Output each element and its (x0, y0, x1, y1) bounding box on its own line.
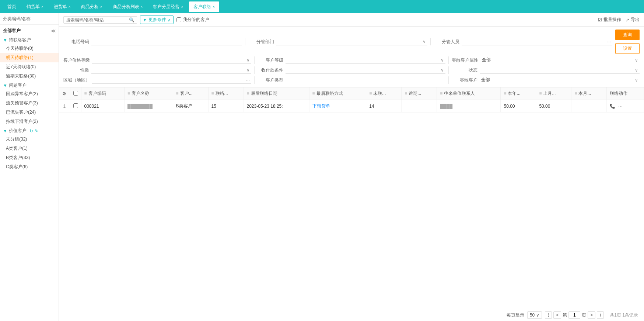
col-no-contact[interactable]: ≡未联... (366, 87, 402, 100)
row-this-month (571, 100, 607, 113)
action-more-icon[interactable]: ⋯ (618, 104, 623, 109)
col-name[interactable]: ≡客户名称 (125, 87, 173, 100)
phone-input[interactable] (91, 38, 242, 45)
payment-select[interactable]: ∨ (286, 67, 445, 74)
customer-value-select[interactable]: ∨ (92, 57, 251, 64)
gender-select[interactable]: ∨ (91, 67, 251, 74)
col-this-month[interactable]: ≡本月... (571, 87, 607, 100)
col-this-year[interactable]: ≡本年... (501, 87, 536, 100)
sidebar-search-input[interactable] (3, 16, 58, 21)
select-all-checkbox[interactable] (73, 91, 78, 96)
content-area: 🔍 ▼ 更多条件 ∧ 我分管的客户 ☑ 批量操作 ↗ 导出 (59, 13, 644, 321)
my-customer-checkbox[interactable] (176, 17, 181, 22)
row-contact-count: 15 (208, 100, 244, 113)
sidebar-item-repurchase[interactable]: 回购异常客户(2) (0, 89, 59, 99)
more-filter-button[interactable]: ▼ 更多条件 ∧ (140, 15, 174, 24)
filter-divider-3 (254, 56, 255, 64)
row-no-contact: 14 (366, 100, 402, 113)
nav-item-customer-tier[interactable]: 客户分层经营 × (148, 1, 188, 12)
retail-select[interactable]: 全部 ∨ (480, 76, 640, 84)
nav-close-sales[interactable]: × (41, 5, 43, 9)
sidebar-item-declining[interactable]: 持续下滑客户(2) (0, 117, 59, 126)
sidebar-item-tomorrow[interactable]: 明天待联络(1) (0, 53, 59, 62)
row-code: 000021 (81, 100, 125, 113)
nav-item-customer-contact[interactable]: 客户联络 × (189, 1, 219, 12)
nav-item-sales[interactable]: 销货单 × (22, 1, 48, 12)
row-name: ████████ (125, 100, 173, 113)
nav-close-analysis-list[interactable]: × (141, 5, 143, 9)
sidebar-item-c-class[interactable]: C类客户(6) (0, 162, 59, 172)
action-phone-icon[interactable]: 📞 (610, 104, 615, 109)
pending-triangle-icon: ▼ (3, 38, 7, 43)
gender-arrow-icon: ∨ (246, 68, 250, 73)
sidebar-item-b-class[interactable]: B类客户(33) (0, 153, 59, 162)
main-layout: 🔍 全部客户 ≪ ▼ 待联络客户 今天待联络(0) 明天待联络(1) 近7天待联… (0, 13, 644, 321)
table-header-row: ⚙ ≡客户编码 ≡客户名称 ≡客户... ≡联络... ≡最后联络日期 ≡最后联… (59, 87, 644, 100)
set-button[interactable]: 设置 (615, 43, 640, 54)
sidebar-item-ungrouped[interactable]: 未分组(32) (0, 135, 59, 144)
row-type: B类客户 (173, 100, 208, 113)
row-num: 1 (59, 100, 70, 113)
sidebar-item-a-class[interactable]: A类客户(1) (0, 144, 59, 153)
search-input[interactable] (66, 17, 127, 23)
value-refresh-icon[interactable]: ↻ (29, 128, 33, 134)
first-page-button[interactable]: ⟨ (545, 311, 552, 319)
per-page-value: 50 (530, 313, 535, 318)
col-overdue[interactable]: ≡逾期... (402, 87, 437, 100)
sidebar-item-churned[interactable]: 已流失客户(24) (0, 108, 59, 117)
filter-manager: 分管人员 ··· (434, 38, 612, 45)
page-input[interactable] (568, 311, 580, 319)
col-last-month[interactable]: ≡上月... (536, 87, 571, 100)
col-code[interactable]: ≡客户编码 (81, 87, 125, 100)
prev-page-button[interactable]: < (553, 311, 561, 319)
filter-row-4: 区域（地区） ··· 客户类型 零散客户 (63, 76, 640, 84)
sidebar-item-overdue[interactable]: 逾期未联络(30) (0, 72, 59, 81)
col-contact-person[interactable]: ≡往来单位联系人 (437, 87, 501, 100)
nav-close-customer-contact[interactable]: × (213, 5, 215, 9)
last-page-button[interactable]: ⟩ (597, 311, 604, 319)
customer-level-arrow-icon: ∨ (441, 58, 444, 63)
status-select[interactable]: ∨ (480, 67, 640, 74)
filter-retail-attr: 零散客户属性 全部 ∨ (452, 56, 640, 64)
region-select[interactable]: ··· (92, 77, 251, 84)
sidebar-item-7days[interactable]: 近7天待联络(0) (0, 62, 59, 72)
search-icon[interactable]: 🔍 (129, 17, 134, 23)
action-buttons: 查询 设置 (615, 30, 640, 54)
customer-type-select[interactable] (286, 79, 445, 81)
nav-close-purchase[interactable]: × (69, 5, 71, 9)
nav-item-home[interactable]: 首页 (3, 1, 21, 12)
row-checkbox[interactable] (73, 103, 78, 108)
col-last-date[interactable]: ≡最后联络日期 (244, 87, 309, 100)
next-page-button[interactable]: > (588, 311, 595, 319)
value-edit-icon[interactable]: ✎ (35, 128, 38, 134)
col-cnt-icon: ≡ (211, 91, 214, 96)
col-type[interactable]: ≡客户... (173, 87, 208, 100)
payment-arrow-icon: ∨ (441, 68, 444, 73)
query-button[interactable]: 查询 (615, 30, 640, 40)
retail-attr-arrow-icon: ∨ (635, 58, 638, 63)
nav-item-analysis[interactable]: 商品分析 × (77, 1, 107, 12)
batch-op-button[interactable]: ☑ 批量操作 (598, 17, 621, 23)
page-size-select[interactable]: 50 ∨ (527, 311, 542, 319)
col-contact-count[interactable]: ≡联络... (208, 87, 244, 100)
manager-dots-icon[interactable]: ··· (607, 39, 611, 44)
sidebar-item-churn-warning[interactable]: 流失预警客户(3) (0, 99, 59, 108)
export-button[interactable]: ↗ 导出 (626, 17, 640, 23)
page-label: 第 (563, 312, 567, 318)
manager-select[interactable]: ··· (462, 38, 612, 45)
dept-select[interactable]: ∨ (276, 38, 427, 45)
col-settings[interactable]: ⚙ (59, 87, 70, 100)
nav-close-analysis[interactable]: × (100, 5, 102, 9)
collapse-icon[interactable]: ≪ (51, 28, 56, 34)
nav-item-purchase[interactable]: 进货单 × (49, 1, 75, 12)
customer-level-select[interactable]: ∨ (286, 57, 445, 64)
retail-attr-select[interactable]: 全部 ∨ (480, 56, 640, 64)
row-last-method[interactable]: 下销货单 (309, 100, 366, 113)
my-customer-checkbox-area[interactable]: 我分管的客户 (176, 17, 209, 23)
sidebar-item-today[interactable]: 今天待联络(0) (0, 44, 59, 53)
last-method-link[interactable]: 下销货单 (312, 103, 330, 108)
nav-item-analysis-list[interactable]: 商品分析列表 × (108, 1, 147, 12)
col-last-method[interactable]: ≡最后联络方式 (309, 87, 366, 100)
nav-close-customer-tier[interactable]: × (181, 5, 183, 9)
region-dots-icon[interactable]: ··· (246, 77, 250, 83)
